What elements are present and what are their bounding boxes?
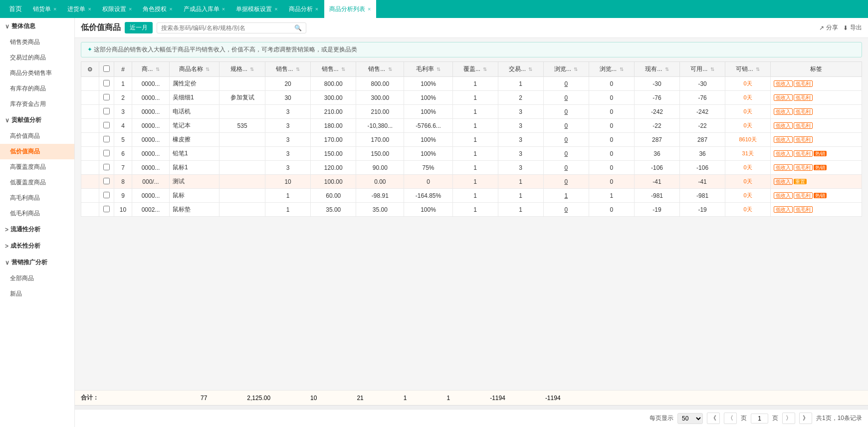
row-checkbox-cell[interactable] bbox=[99, 105, 114, 119]
views-link[interactable]: 0 bbox=[564, 94, 568, 101]
last-page-button[interactable]: 》 bbox=[799, 413, 812, 424]
sidebar-item-stock-products[interactable]: 有库存的商品 bbox=[0, 81, 74, 96]
share-button[interactable]: ↗ 分享 bbox=[819, 23, 838, 32]
col-sales-price[interactable]: 销售... ⇅ bbox=[311, 62, 356, 77]
sort-icon[interactable]: ⇅ bbox=[483, 66, 487, 72]
sidebar-item-low-coverage[interactable]: 低覆盖度商品 bbox=[0, 175, 74, 190]
table-wrapper[interactable]: ⚙ # 商... ⇅ 商品名称 ⇅ bbox=[75, 57, 868, 390]
next-page-button[interactable]: 〉 bbox=[782, 413, 795, 424]
views-link[interactable]: 1 bbox=[564, 192, 568, 199]
page-number-input[interactable] bbox=[751, 414, 768, 424]
row-checkbox-cell[interactable] bbox=[99, 91, 114, 105]
close-icon[interactable]: × bbox=[222, 6, 225, 12]
close-icon[interactable]: × bbox=[88, 6, 91, 12]
col-stock2[interactable]: 可用... ⇅ bbox=[680, 62, 725, 77]
sidebar-item-traded-products[interactable]: 交易过的商品 bbox=[0, 50, 74, 65]
sort-icon[interactable]: ⇅ bbox=[388, 66, 392, 72]
search-input[interactable] bbox=[161, 24, 292, 31]
close-icon[interactable]: × bbox=[53, 6, 56, 12]
sidebar-item-high-coverage[interactable]: 高覆盖度商品 bbox=[0, 159, 74, 175]
sort-icon[interactable]: ⇅ bbox=[710, 66, 714, 72]
nav-sales[interactable]: 销货单 × bbox=[28, 0, 61, 18]
row-views1[interactable]: 0 bbox=[543, 105, 589, 119]
col-sales-cost[interactable]: 销售... ⇅ bbox=[356, 62, 404, 77]
views-link[interactable]: 0 bbox=[564, 164, 568, 171]
row-checkbox[interactable] bbox=[103, 178, 110, 184]
col-sellable[interactable]: 可销... ⇅ bbox=[725, 62, 771, 77]
export-button[interactable]: ⬇ 导出 bbox=[843, 23, 862, 32]
sidebar-group-growth[interactable]: > 成长性分析 bbox=[0, 238, 74, 254]
sort-icon[interactable]: ⇅ bbox=[574, 66, 578, 72]
col-coverage[interactable]: 覆盖... ⇅ bbox=[452, 62, 498, 77]
row-checkbox[interactable] bbox=[103, 108, 110, 114]
row-checkbox-cell[interactable] bbox=[99, 189, 114, 203]
row-checkbox-cell[interactable] bbox=[99, 119, 114, 133]
sidebar-item-high-value[interactable]: 高价值商品 bbox=[0, 128, 74, 144]
sidebar-item-high-profit[interactable]: 高毛利商品 bbox=[0, 190, 74, 206]
sidebar-group-circulation[interactable]: > 流通性分析 bbox=[0, 221, 74, 238]
sort-icon[interactable]: ⇅ bbox=[156, 66, 160, 72]
row-checkbox[interactable] bbox=[103, 164, 110, 170]
settings-icon[interactable]: ⚙ bbox=[87, 66, 93, 73]
col-sales-qty[interactable]: 销售... ⇅ bbox=[265, 62, 311, 77]
row-views1[interactable]: 0 bbox=[543, 77, 589, 91]
views-link[interactable]: 0 bbox=[564, 80, 568, 87]
row-checkbox-cell[interactable] bbox=[99, 133, 114, 147]
sidebar-item-low-value[interactable]: 低价值商品 bbox=[0, 144, 74, 159]
sidebar-group-marketing[interactable]: ∨ 营销推广分析 bbox=[0, 254, 74, 271]
prev-page-button[interactable]: 〈 bbox=[724, 413, 737, 424]
col-stock1[interactable]: 现有... ⇅ bbox=[634, 62, 679, 77]
sidebar-item-low-profit[interactable]: 低毛利商品 bbox=[0, 206, 74, 221]
search-icon[interactable]: 🔍 bbox=[294, 24, 302, 31]
sort-icon[interactable]: ⇅ bbox=[528, 66, 532, 72]
close-icon[interactable]: × bbox=[368, 6, 371, 12]
row-views1[interactable]: 1 bbox=[543, 189, 589, 203]
sort-icon[interactable]: ⇅ bbox=[436, 66, 440, 72]
sidebar-group-contribution[interactable]: ∨ 贡献值分析 bbox=[0, 112, 74, 128]
row-checkbox[interactable] bbox=[103, 80, 110, 86]
sidebar-item-category-rate[interactable]: 商品分类销售率 bbox=[0, 65, 74, 81]
views-link[interactable]: 0 bbox=[564, 206, 568, 213]
col-views1[interactable]: 浏览... ⇅ bbox=[543, 62, 589, 77]
row-checkbox[interactable] bbox=[103, 150, 110, 156]
col-setting[interactable]: ⚙ bbox=[81, 62, 99, 77]
sort-icon[interactable]: ⇅ bbox=[756, 66, 760, 72]
sort-icon[interactable]: ⇅ bbox=[250, 66, 254, 72]
row-views1[interactable]: 0 bbox=[543, 91, 589, 105]
col-spec[interactable]: 规格... ⇅ bbox=[219, 62, 265, 77]
row-views1[interactable]: 0 bbox=[543, 119, 589, 133]
col-name[interactable]: 商品名称 ⇅ bbox=[170, 62, 219, 77]
nav-product-analysis-list[interactable]: 商品分析列表 × bbox=[324, 0, 376, 18]
row-checkbox-cell[interactable] bbox=[99, 77, 114, 91]
views-link[interactable]: 0 bbox=[564, 136, 568, 143]
first-page-button[interactable]: 《 bbox=[707, 413, 720, 424]
row-checkbox[interactable] bbox=[103, 122, 110, 128]
page-size-select[interactable]: 50 100 200 bbox=[677, 413, 703, 424]
nav-permissions[interactable]: 权限设置 × bbox=[97, 0, 137, 18]
row-checkbox[interactable] bbox=[103, 192, 110, 198]
row-checkbox[interactable] bbox=[103, 94, 110, 100]
row-views1[interactable]: 0 bbox=[543, 147, 589, 161]
close-icon[interactable]: × bbox=[274, 6, 277, 12]
views-link[interactable]: 0 bbox=[564, 108, 568, 115]
col-views2[interactable]: 浏览... ⇅ bbox=[589, 62, 634, 77]
close-icon[interactable]: × bbox=[129, 6, 132, 12]
nav-product-analysis[interactable]: 商品分析 × bbox=[284, 0, 323, 18]
row-checkbox[interactable] bbox=[103, 206, 110, 212]
sort-icon[interactable]: ⇅ bbox=[665, 66, 669, 72]
nav-purchase[interactable]: 进货单 × bbox=[62, 0, 96, 18]
row-views1[interactable]: 0 bbox=[543, 203, 589, 217]
sidebar-item-stock-fund[interactable]: 库存资金占用 bbox=[0, 96, 74, 112]
row-views1[interactable]: 0 bbox=[543, 133, 589, 147]
sidebar-item-all-products[interactable]: 全部商品 bbox=[0, 271, 74, 286]
sort-icon[interactable]: ⇅ bbox=[620, 66, 624, 72]
nav-home[interactable]: 首页 bbox=[4, 0, 27, 18]
sidebar-item-sales-products[interactable]: 销售类商品 bbox=[0, 34, 74, 50]
row-views1[interactable]: 0 bbox=[543, 175, 589, 189]
sort-icon[interactable]: ⇅ bbox=[341, 66, 345, 72]
col-gross-rate[interactable]: 毛利率 ⇅ bbox=[404, 62, 452, 77]
row-checkbox-cell[interactable] bbox=[99, 203, 114, 217]
row-checkbox[interactable] bbox=[103, 136, 110, 142]
sidebar-group-overall[interactable]: ∨ 整体信息 bbox=[0, 18, 74, 34]
views-link[interactable]: 0 bbox=[564, 178, 568, 185]
